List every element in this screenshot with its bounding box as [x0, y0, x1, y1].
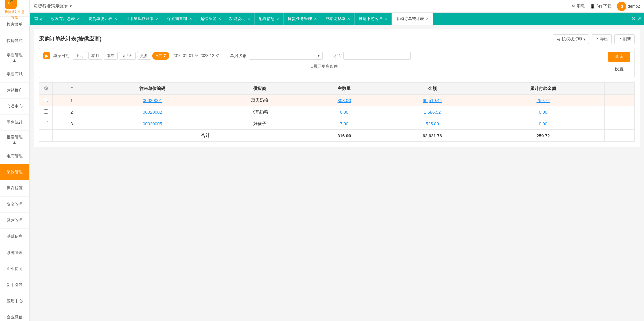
tab-5[interactable]: 超储预警× — [196, 13, 225, 25]
cell-paid-amount[interactable]: 0.00 — [482, 106, 604, 118]
sidebar-item-label: 基础信息 — [7, 234, 23, 239]
cell-checkbox[interactable] — [39, 118, 53, 130]
cell-unit-code[interactable]: 00020001 — [91, 95, 214, 106]
date-this-month-btn[interactable]: 本月 — [88, 52, 102, 60]
sidebar-item-label: 零售统计 — [7, 120, 23, 125]
cell-unit-code[interactable]: 00020002 — [91, 106, 214, 118]
tab-close-icon[interactable]: × — [426, 16, 429, 21]
tab-close-icon[interactable]: × — [218, 16, 221, 21]
tab-2[interactable]: 要货单统计表× — [84, 13, 121, 25]
expand-more-button[interactable]: ⌄ 展开更多条件 — [43, 62, 605, 71]
status-select[interactable]: ▾ — [249, 52, 323, 60]
sidebar-item-采购管理[interactable]: 采购管理 — [0, 164, 29, 180]
topbar-left: 母婴行业演示账套 ▾ — [34, 3, 72, 9]
cell-checkbox[interactable] — [39, 95, 53, 106]
tab-close-icon[interactable]: × — [347, 16, 350, 21]
cell-amount[interactable]: 60,519.44 — [383, 95, 482, 106]
cell-main-qty[interactable]: 6.00 — [306, 106, 383, 118]
app-download-button[interactable]: 📱 App下载 — [590, 3, 611, 9]
search-button[interactable]: 查询 — [608, 52, 630, 62]
workspace-name: 母婴行业演示账套 — [34, 3, 68, 9]
tab-6[interactable]: 功能说明× — [225, 13, 255, 25]
sidebar-item-零售统计[interactable]: 零售统计 — [0, 115, 29, 131]
cell-main-qty[interactable]: 7.00 — [306, 118, 383, 130]
sidebar-item-零售商城[interactable]: 零售商城 — [0, 66, 29, 83]
sidebar-item-搜索菜单[interactable]: 搜索菜单 — [0, 17, 29, 33]
sidebar-item-企业微信[interactable]: 企业微信 — [0, 309, 29, 321]
tab-3[interactable]: 可用量库存账本× — [121, 13, 163, 25]
tab-maximize-button[interactable]: ⤢ — [637, 16, 641, 22]
cell-amount[interactable]: 525.80 — [383, 118, 482, 130]
filter-area: ▶ 单据日期 上月 本月 本年 近7天 更多 自定义 2016-01-01 至 … — [39, 48, 635, 78]
refresh-button[interactable]: ↺ 刷新 — [614, 34, 635, 44]
date-custom-btn[interactable]: 自定义 — [152, 52, 169, 60]
cell-amount[interactable]: 1,586.52 — [383, 106, 482, 118]
footer-paid-amount: 259.72 — [482, 130, 604, 142]
sidebar-item-批发管理[interactable]: 批发管理▲ — [0, 131, 29, 148]
tab-1[interactable]: 收发存汇总表× — [47, 13, 84, 25]
tab-close-icon[interactable]: × — [114, 16, 117, 21]
sidebar-item-label: 企业协同 — [7, 266, 23, 272]
tab-9[interactable]: 成本调整单× — [321, 13, 355, 25]
tab-close-icon[interactable]: × — [248, 16, 250, 21]
sidebar-item-电商管理[interactable]: 电商管理 — [0, 148, 29, 164]
th-settings[interactable]: ⚙ — [39, 83, 53, 95]
row-checkbox[interactable] — [44, 109, 48, 114]
tab-close-button[interactable]: ✕ — [631, 16, 636, 22]
sidebar-item-新手引导[interactable]: 新手引导 — [0, 277, 29, 293]
sidebar-item-会员中心[interactable]: 会员中心 — [0, 99, 29, 115]
cell-paid-amount[interactable]: 0.00 — [482, 118, 604, 130]
th-supplier: 供应商 — [214, 83, 306, 95]
sidebar-item-应用中心[interactable]: 应用中心 — [0, 293, 29, 309]
sidebar-item-经营管理[interactable]: 经营管理 — [0, 213, 29, 229]
cell-main-qty[interactable]: 303.00 — [306, 95, 383, 106]
user-menu[interactable]: d demo2 — [617, 2, 640, 11]
sidebar-item-label: 零售管理 — [7, 52, 23, 58]
th-extra — [605, 83, 635, 95]
date-more-btn[interactable]: 更多 — [137, 52, 151, 60]
sidebar-item-企业协同[interactable]: 企业协同 — [0, 261, 29, 277]
tab-11[interactable]: 采购订单统计表× — [392, 13, 433, 25]
print-button[interactable]: 🖨 按模板打印 ▾ — [553, 34, 589, 44]
row-checkbox[interactable] — [44, 121, 48, 125]
sidebar-item-快捷导航[interactable]: 快捷导航 — [0, 33, 29, 49]
print-chevron: ▾ — [583, 37, 585, 42]
date-7days-btn[interactable]: 近7天 — [119, 52, 136, 60]
tab-4[interactable]: 保质期查询× — [163, 13, 196, 25]
workspace-selector[interactable]: 母婴行业演示账套 ▾ — [34, 3, 72, 9]
sidebar-item-系统管理[interactable]: 系统管理 — [0, 245, 29, 261]
sidebar-item-基础信息[interactable]: 基础信息 — [0, 229, 29, 245]
app-logo-text: 畅捷通好生意 — [5, 10, 25, 14]
product-input[interactable] — [343, 52, 411, 60]
date-this-year-btn[interactable]: 本年 — [104, 52, 118, 60]
filter-status-section: 单据状态 ▾ — [230, 52, 323, 60]
sidebar-item-零售管理[interactable]: 零售管理▲ — [0, 49, 29, 66]
filter-product-section: 商品 ... — [333, 52, 422, 60]
row-checkbox[interactable] — [44, 98, 48, 102]
filter-toggle-button[interactable]: ▶ — [43, 52, 50, 59]
message-button[interactable]: ✉ 消息 — [572, 3, 585, 9]
tab-close-icon[interactable]: × — [77, 16, 80, 21]
tab-close-icon[interactable]: × — [385, 16, 387, 21]
tab-10[interactable]: 邀请下游客户× — [355, 13, 392, 25]
tab-label: 收发存汇总表 — [51, 16, 75, 22]
sidebar-item-营销推广[interactable]: 营销推广 — [0, 83, 29, 99]
product-ellipsis[interactable]: ... — [413, 53, 422, 59]
tab-close-icon[interactable]: × — [314, 16, 317, 21]
tab-close-icon[interactable]: × — [156, 16, 158, 21]
tab-home[interactable]: 首页 — [30, 16, 47, 22]
cell-paid-amount[interactable]: 259.72 — [482, 95, 604, 106]
tab-close-icon[interactable]: × — [277, 16, 279, 21]
settings-button[interactable]: 设置 — [608, 64, 630, 74]
date-last-month-btn[interactable]: 上月 — [73, 52, 87, 60]
tab-8[interactable]: 拣货任务管理× — [284, 13, 321, 25]
table-footer-row: 合计 316.00 62,631.76 259.72 — [39, 130, 635, 142]
export-button[interactable]: ↗ 导出 — [592, 34, 612, 44]
cell-checkbox[interactable] — [39, 106, 53, 118]
settings-col-icon[interactable]: ⚙ — [44, 86, 48, 91]
tab-close-icon[interactable]: × — [189, 16, 192, 21]
tab-7[interactable]: 配置信息× — [255, 13, 284, 25]
sidebar-item-资金管理[interactable]: 资金管理 — [0, 197, 29, 213]
cell-unit-code[interactable]: 00020005 — [91, 118, 214, 130]
sidebar-item-库存核算[interactable]: 库存核算 — [0, 180, 29, 197]
